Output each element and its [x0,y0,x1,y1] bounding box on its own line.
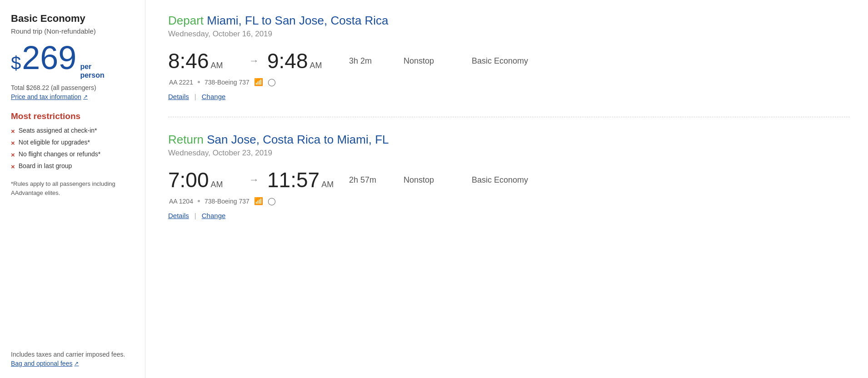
total-price: Total $268.22 (all passengers) [11,84,134,91]
depart-flight-row: 8:46AM → 9:48AM 3h 2m Nonstop Basic Econ… [168,49,850,73]
return-date: Wednesday, October 23, 2019 [168,149,850,158]
depart-heading: Depart Miami, FL to San Jose, Costa Rica [168,14,850,28]
return-links-row: Details | Change [168,212,850,219]
depart-date: Wednesday, October 16, 2019 [168,30,850,39]
bag-fees-link[interactable]: Bag and optional fees ↗ [11,360,134,367]
x-icon-2: × [11,139,15,147]
return-details-row: AA 1204 738-Boeing 737 📶 ◯ [168,197,850,205]
depart-details-link[interactable]: Details [168,93,189,100]
price-row: $ 269 per person [11,41,134,80]
depart-details-row: AA 2221 738-Boeing 737 📶 ◯ [168,78,850,86]
restriction-item-2: × Not eligible for upgrades* [11,139,134,147]
includes-fees-text: Includes taxes and carrier imposed fees. [11,351,134,358]
depart-nonstop: Nonstop [404,56,454,66]
x-icon-1: × [11,127,15,135]
depart-change-link[interactable]: Change [202,93,226,100]
depart-time: 8:46AM [168,49,241,73]
left-panel: Basic Economy Round trip (Non-refundable… [0,0,145,378]
return-section: Return San Jose, Costa Rica to Miami, FL… [168,117,850,219]
restrictions-title: Most restrictions [11,111,134,121]
restriction-list: × Seats assigned at check-in* × Not elig… [11,127,134,174]
per-person: per person [80,62,104,80]
return-arrow: → [249,174,259,186]
wifi-icon-return: 📶 [254,197,263,205]
bag-fees-external-icon: ↗ [74,360,79,367]
power-icon-return: ◯ [268,197,276,205]
depart-links-row: Details | Change [168,93,850,100]
depart-label: Depart [168,14,204,27]
return-flight-number: AA 1204 [169,198,193,205]
depart-flight-number: AA 2221 [169,79,193,86]
depart-aircraft: 738-Boeing 737 [205,79,249,86]
return-details-link[interactable]: Details [168,212,189,219]
return-label: Return [168,133,204,146]
pipe-separator-2: | [195,212,196,219]
external-link-icon: ↗ [83,94,88,100]
restriction-item-1: × Seats assigned at check-in* [11,127,134,135]
price-dollar-sign: $ [11,54,21,72]
return-change-link[interactable]: Change [202,212,226,219]
power-icon-depart: ◯ [268,78,276,86]
return-nonstop: Nonstop [404,175,454,185]
return-duration: 2h 57m [349,175,385,185]
restriction-item-4: × Board in last group [11,162,134,170]
restriction-item-3: × No flight changes or refunds* [11,150,134,159]
price-tax-info-link[interactable]: Price and tax information ↗ [11,93,134,100]
depart-fare-class: Basic Economy [472,56,528,66]
return-heading: Return San Jose, Costa Rica to Miami, FL [168,133,850,147]
return-flight-row: 7:00AM → 11:57AM 2h 57m Nonstop Basic Ec… [168,168,850,192]
depart-section: Depart Miami, FL to San Jose, Costa Rica… [168,14,850,100]
dot-separator-2 [198,200,200,202]
return-aircraft: 738-Boeing 737 [205,198,249,205]
return-route: San Jose, Costa Rica to Miami, FL [207,133,389,146]
depart-route: Miami, FL to San Jose, Costa Rica [207,14,388,27]
x-icon-4: × [11,163,15,170]
round-trip-label: Round trip (Non-refundable) [11,27,134,35]
depart-arrow: → [249,55,259,67]
fare-title: Basic Economy [11,13,134,25]
return-depart-time: 7:00AM [168,168,241,192]
wifi-icon-depart: 📶 [254,78,263,86]
rules-note: *Rules apply to all passengers including… [11,179,134,197]
x-icon-3: × [11,151,15,159]
return-arrive-time: 11:57AM [267,168,349,192]
price-amount: 269 [22,41,76,74]
depart-arrive-time: 9:48AM [267,49,349,73]
dot-separator-1 [198,81,200,83]
depart-duration: 3h 2m [349,56,385,66]
pipe-separator-1: | [195,93,196,100]
right-panel: Depart Miami, FL to San Jose, Costa Rica… [145,0,868,378]
return-fare-class: Basic Economy [472,175,528,185]
